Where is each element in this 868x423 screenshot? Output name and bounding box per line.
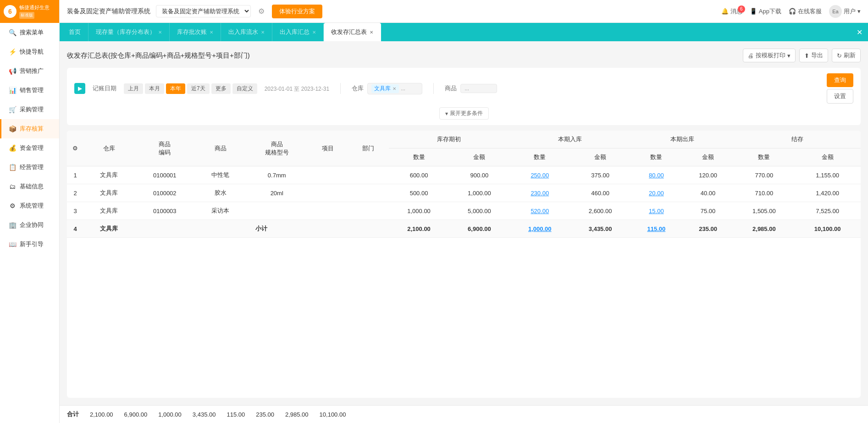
- logo-tag: 标准版: [19, 12, 34, 19]
- search-icon: 🔍: [9, 29, 16, 36]
- refresh-button[interactable]: ↻ 刷新: [832, 49, 861, 62]
- sidebar-item-finance[interactable]: 💰 资金管理: [0, 138, 59, 158]
- cell-period-in-qty[interactable]: 250.00: [509, 166, 570, 184]
- export-icon: ⬆: [804, 52, 809, 59]
- cell-subtotal-closing-amount: 10,100.00: [794, 220, 861, 238]
- sidebar-item-label: 销售管理: [20, 86, 44, 94]
- sidebar-item-sales[interactable]: 📊 销售管理: [0, 81, 59, 100]
- user-item[interactable]: Ea 用户 ▾: [829, 5, 861, 18]
- tab-home[interactable]: 首页: [61, 23, 88, 41]
- product-tag-container[interactable]: ...: [460, 84, 497, 93]
- accounting-date-label: 记账日期: [93, 84, 116, 93]
- filter-toggle-button[interactable]: ▶: [74, 83, 85, 94]
- date-btn-7days[interactable]: 近7天: [187, 83, 210, 94]
- cell-period-out-qty[interactable]: 15.00: [630, 202, 682, 220]
- system-selector[interactable]: 装备及固定资产辅助管理系统: [156, 5, 251, 17]
- date-btn-this-month[interactable]: 本月: [145, 83, 164, 94]
- bottom-bar: 合计 2,100.00 6,900.00 1,000.00 3,435.00 1…: [60, 405, 868, 423]
- sidebar-item-inventory[interactable]: 📦 库存核算: [0, 119, 59, 138]
- cell-department: [348, 184, 388, 202]
- date-btn-more[interactable]: 更多: [211, 83, 231, 94]
- sidebar-item-purchase[interactable]: 🛒 采购管理: [0, 100, 59, 119]
- sidebar-item-enterprise[interactable]: 🏢 企业协同: [0, 215, 59, 235]
- app-download-item[interactable]: 📱 App下载: [750, 7, 781, 16]
- cell-no: 3: [67, 202, 83, 220]
- export-button[interactable]: ⬆ 导出: [799, 49, 828, 62]
- sidebar-item-quick-nav[interactable]: ⚡ 快捷导航: [0, 42, 59, 61]
- warehouse-tag-text: 文具库: [374, 85, 391, 93]
- tab-in-out-flow[interactable]: 出入库流水 ✕: [221, 23, 272, 41]
- cell-product-spec: 0.7mm: [246, 166, 308, 184]
- sidebar-item-basic[interactable]: 🗂 基础信息: [0, 177, 59, 196]
- notification-badge: 6: [738, 5, 745, 13]
- warehouse-tag-container[interactable]: 文具库 ✕ ...: [367, 83, 422, 94]
- tab-in-out-summary[interactable]: 出入库汇总 ✕: [272, 23, 324, 41]
- sidebar-item-search[interactable]: 🔍 搜索菜单: [0, 23, 59, 42]
- sidebar-item-label: 企业协同: [20, 221, 44, 229]
- cell-period-out-qty[interactable]: 20.00: [630, 184, 682, 202]
- setting-button[interactable]: 设置: [827, 89, 853, 104]
- cell-closing-qty: 1,505.00: [734, 202, 794, 220]
- cell-subtotal-period-in-qty[interactable]: 1,000.00: [509, 220, 570, 238]
- sidebar-item-marketing[interactable]: 📢 营销推广: [0, 61, 59, 81]
- print-icon: 🖨: [748, 52, 754, 59]
- th-opening-amount: 金额: [449, 148, 509, 166]
- tab-inventory-dist[interactable]: 现存量（库存分布表） ✕: [88, 23, 170, 41]
- sidebar-item-guide[interactable]: 📖 新手引导: [0, 235, 59, 254]
- date-btn-custom[interactable]: 自定义: [232, 83, 257, 94]
- phone-icon: 📱: [750, 8, 757, 15]
- warehouse-more[interactable]: ...: [401, 85, 405, 92]
- warehouse-tag-close[interactable]: ✕: [393, 86, 396, 91]
- warehouse-filter: 仓库 文具库 ✕ ...: [352, 83, 422, 94]
- expand-label: 展开更多条件: [450, 110, 483, 117]
- tab-recv-send-summary-close[interactable]: ✕: [370, 30, 373, 35]
- cell-period-out-qty[interactable]: 80.00: [630, 166, 682, 184]
- notification-item[interactable]: 🔔 6 消息: [721, 7, 742, 16]
- expand-more-conditions-button[interactable]: ▾ 展开更多条件: [439, 107, 489, 120]
- tab-batch-voucher[interactable]: 库存批次账 ✕: [170, 23, 221, 41]
- cell-product-name: 中性笔: [195, 166, 246, 184]
- sidebar-item-operations[interactable]: 📋 经营管理: [0, 158, 59, 177]
- online-service-item[interactable]: 🎧 在线客服: [789, 7, 822, 16]
- template-print-button[interactable]: 🖨 按模板打印 ▾: [743, 49, 796, 62]
- cell-product-name: 胶水: [195, 184, 246, 202]
- th-settings[interactable]: ⚙: [67, 131, 83, 166]
- cell-period-out-amount: 120.00: [682, 166, 734, 184]
- tab-home-label: 首页: [69, 28, 81, 36]
- total-closing-amount: 10,100.00: [320, 411, 346, 418]
- cell-subtotal-period-out-qty[interactable]: 115.00: [630, 220, 682, 238]
- cell-product-code: 0100002: [134, 184, 195, 202]
- cell-product-spec: [246, 202, 308, 220]
- tab-recv-send-summary[interactable]: 收发存汇总表 ✕: [324, 23, 381, 41]
- cell-period-in-qty[interactable]: 230.00: [509, 184, 570, 202]
- total-label: 合计: [67, 410, 79, 418]
- th-product-name: 商品: [195, 131, 246, 166]
- tab-in-out-flow-close[interactable]: ✕: [261, 30, 265, 35]
- template-print-label: 按模板打印: [756, 51, 785, 60]
- date-btn-this-year[interactable]: 本年: [166, 83, 185, 94]
- cell-subtotal-opening-amount: 6,900.00: [449, 220, 509, 238]
- tab-inventory-dist-close[interactable]: ✕: [158, 30, 162, 35]
- close-all-tabs-button[interactable]: ✕: [853, 28, 866, 37]
- th-period-in-amount: 金额: [570, 148, 630, 166]
- operations-icon: 📋: [9, 164, 16, 171]
- product-more[interactable]: ...: [464, 85, 469, 92]
- date-btn-last-month[interactable]: 上月: [124, 83, 143, 94]
- warehouse-label: 仓库: [352, 84, 364, 93]
- sidebar-item-system[interactable]: ⚙ 系统管理: [0, 196, 59, 215]
- query-button[interactable]: 查询: [827, 73, 853, 87]
- settings-gear-icon[interactable]: ⚙: [256, 5, 266, 17]
- cell-period-in-qty[interactable]: 520.00: [509, 202, 570, 220]
- th-product-spec: 商品规格型号: [246, 131, 308, 166]
- cell-warehouse: 文具库: [83, 166, 134, 184]
- th-opening-qty: 数量: [389, 148, 449, 166]
- sidebar-item-label: 库存核算: [20, 125, 44, 133]
- cell-closing-amount: 7,525.00: [794, 202, 861, 220]
- total-period-out-amount: 235.00: [256, 411, 274, 418]
- tab-batch-voucher-close[interactable]: ✕: [210, 30, 213, 35]
- tab-in-out-summary-close[interactable]: ✕: [312, 30, 316, 35]
- trial-button[interactable]: 体验行业方案: [272, 5, 322, 18]
- cell-warehouse: 文具库: [83, 184, 134, 202]
- inventory-icon: 📦: [9, 125, 16, 132]
- cell-period-out-amount: 40.00: [682, 184, 734, 202]
